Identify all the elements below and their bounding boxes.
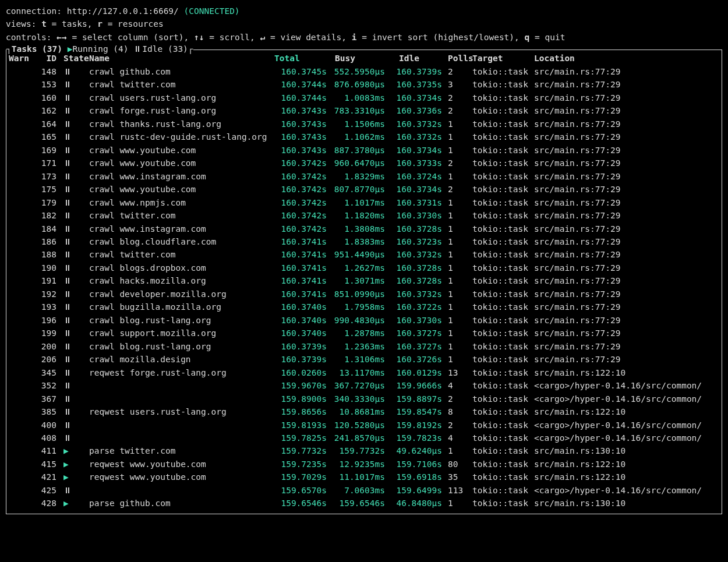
cell-name: crawl mozilla.design (89, 353, 274, 366)
cell-target: tokio::task (472, 340, 534, 353)
cell-name: parse github.com (89, 497, 274, 510)
table-row[interactable]: 200⏸crawl blog.rust-lang.org160.3739s1.2… (9, 340, 719, 353)
pause-icon: ⏸ (63, 185, 72, 194)
cell-idle: 159.9666s (385, 379, 442, 392)
table-row[interactable]: 421▶reqwest www.youtube.com159.7029s11.1… (9, 471, 719, 483)
cell-location: src/main.rs:77:29 (534, 104, 719, 117)
table-row[interactable]: 191⏸crawl hacks.mozilla.org160.3741s1.30… (9, 274, 719, 287)
cell-name: crawl support.mozilla.org (89, 327, 274, 340)
cell-id: 345 (34, 366, 60, 379)
cell-polls: 1 (442, 274, 472, 287)
cell-polls: 2 (442, 65, 472, 78)
table-row[interactable]: 165⏸crawl rustc-dev-guide.rust-lang.org1… (9, 130, 719, 143)
cell-polls: 1 (442, 209, 472, 222)
cell-idle: 159.8192s (385, 419, 442, 432)
cell-target: tokio::task (472, 209, 534, 222)
cell-id: 408 (34, 432, 60, 444)
tab-idle[interactable]: Idle (33) (142, 43, 188, 55)
cell-name: crawl www.youtube.com (89, 144, 274, 157)
table-row[interactable]: 153⏸crawl twitter.com160.3744s876.6980µs… (9, 78, 719, 91)
task-table[interactable]: Warn ID State Name Total Busy Idle Polls… (6, 50, 722, 513)
cell-busy: 1.0083ms (327, 91, 385, 104)
views-r-desc: = resources (108, 19, 164, 29)
cell-total: 159.6570s (274, 484, 327, 497)
table-row[interactable]: 190⏸crawl blogs.dropbox.com160.3741s1.26… (9, 261, 719, 274)
cell-target: tokio::task (472, 104, 534, 117)
cell-target: tokio::task (472, 248, 534, 261)
table-row[interactable]: 415▶reqwest www.youtube.com159.7235s12.9… (9, 458, 719, 471)
cell-id: 352 (34, 379, 60, 392)
table-row[interactable]: 352⏸159.9670s367.7270µs159.9666s4tokio::… (9, 379, 719, 392)
cell-total: 159.8900s (274, 393, 327, 405)
cell-location: src/main.rs:77:29 (534, 183, 719, 196)
cell-id: 421 (34, 471, 60, 483)
table-row[interactable]: 199⏸crawl support.mozilla.org160.3740s1.… (9, 327, 719, 340)
table-row[interactable]: 184⏸crawl www.instagram.com160.3742s1.38… (9, 222, 719, 235)
cell-warn (9, 196, 34, 209)
table-row[interactable]: 206⏸crawl mozilla.design160.3739s1.3106m… (9, 353, 719, 366)
pause-icon: ⏸ (63, 276, 72, 285)
cell-total: 160.3743s (274, 104, 327, 117)
cell-location: src/main.rs:77:29 (534, 209, 719, 222)
cell-total: 160.3740s (274, 327, 327, 340)
cell-target: tokio::task (472, 170, 534, 183)
cell-total: 160.3741s (274, 248, 327, 261)
table-row[interactable]: 367⏸159.8900s340.3330µs159.8897s2tokio::… (9, 393, 719, 405)
cell-warn (9, 248, 34, 261)
cell-warn (9, 458, 34, 471)
pause-icon: ⏸ (63, 407, 72, 416)
cell-polls: 80 (442, 458, 472, 471)
cell-name: crawl www.instagram.com (89, 170, 274, 183)
table-row[interactable]: 162⏸crawl forge.rust-lang.org160.3743s78… (9, 104, 719, 117)
table-row[interactable]: 192⏸crawl developer.mozilla.org160.3741s… (9, 288, 719, 301)
table-row[interactable]: 193⏸crawl bugzilla.mozilla.org160.3740s1… (9, 301, 719, 313)
table-row[interactable]: 408⏸159.7825s241.8570µs159.7823s4tokio::… (9, 432, 719, 444)
cell-total: 160.3740s (274, 314, 327, 327)
pause-icon: ⏸ (63, 211, 72, 220)
table-row[interactable]: 175⏸crawl www.youtube.com160.3742s807.87… (9, 183, 719, 196)
cell-location: <cargo>/hyper-0.14.16/src/common/ (534, 484, 719, 497)
table-row[interactable]: 148⏸crawl github.com160.3745s552.5950µs1… (9, 65, 719, 78)
pause-icon: ⏸ (63, 119, 72, 129)
cell-id: 190 (34, 261, 60, 274)
table-row[interactable]: 171⏸crawl www.youtube.com160.3742s960.64… (9, 157, 719, 169)
table-row[interactable]: 400⏸159.8193s120.5280µs159.8192s2tokio::… (9, 419, 719, 432)
pause-icon: ⏸ (63, 132, 72, 142)
table-row[interactable]: 179⏸crawl www.npmjs.com160.3742s1.1017ms… (9, 196, 719, 209)
cell-total: 160.3745s (274, 65, 327, 78)
table-row[interactable]: 182⏸crawl twitter.com160.3742s1.1820ms16… (9, 209, 719, 222)
cell-polls: 2 (442, 183, 472, 196)
cell-warn (9, 405, 34, 418)
tab-tasks[interactable]: Tasks (37) (12, 43, 62, 55)
table-row[interactable]: 425⏸159.6570s7.0603ms159.6499s113tokio::… (9, 484, 719, 497)
table-row[interactable]: 385⏸reqwest users.rust-lang.org159.8656s… (9, 405, 719, 418)
table-row[interactable]: 186⏸crawl blog.cloudflare.com160.3741s1.… (9, 235, 719, 248)
cell-busy: 11.1017ms (327, 471, 385, 483)
table-row[interactable]: 196⏸crawl blog.rust-lang.org160.3740s990… (9, 314, 719, 327)
cell-target: tokio::task (472, 65, 534, 78)
cell-id: 171 (34, 157, 60, 169)
cell-total: 159.7029s (274, 471, 327, 483)
table-row[interactable]: 169⏸crawl www.youtube.com160.3743s887.37… (9, 144, 719, 157)
cell-target: tokio::task (472, 484, 534, 497)
table-row[interactable]: 164⏸crawl thanks.rust-lang.org160.3743s1… (9, 118, 719, 130)
cell-total: 160.3741s (274, 288, 327, 301)
table-row[interactable]: 188⏸crawl twitter.com160.3741s951.4490µs… (9, 248, 719, 261)
tab-running[interactable]: Running (4) (73, 43, 129, 55)
table-row[interactable]: 160⏸crawl users.rust-lang.org160.3744s1.… (9, 91, 719, 104)
cell-target: tokio::task (472, 196, 534, 209)
cell-warn (9, 497, 34, 510)
cell-idle: 160.3730s (385, 314, 442, 327)
cell-location: src/main.rs:122:10 (534, 366, 719, 379)
connection-label: connection: (6, 6, 62, 16)
table-row[interactable]: 411▶parse twitter.com159.7732s159.7732s4… (9, 444, 719, 457)
cell-busy: 1.1017ms (327, 196, 385, 209)
cell-idle: 160.3728s (385, 274, 442, 287)
table-row[interactable]: 345⏸reqwest forge.rust-lang.org160.0260s… (9, 366, 719, 379)
table-row[interactable]: 428▶parse github.com159.6546s159.6546s46… (9, 497, 719, 510)
cell-id: 411 (34, 444, 60, 457)
cell-polls: 8 (442, 405, 472, 418)
table-row[interactable]: 173⏸crawl www.instagram.com160.3742s1.83… (9, 170, 719, 183)
cell-id: 186 (34, 235, 60, 248)
cell-location: src/main.rs:77:29 (534, 274, 719, 287)
